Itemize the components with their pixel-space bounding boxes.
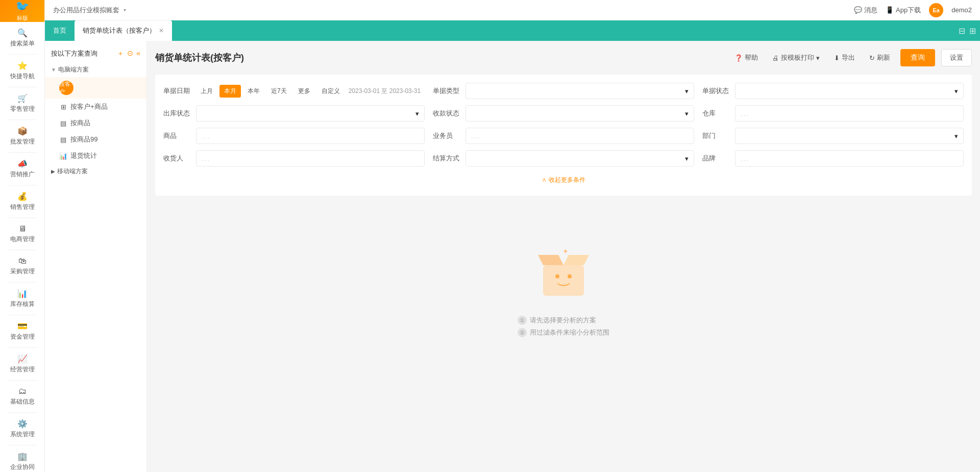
collapse-bar[interactable]: ∧ 收起更多条件	[163, 173, 964, 187]
sidebar-label-ecommerce: 电商管理	[10, 235, 35, 243]
desktop-group-header[interactable]: ▼ 电脑端方案	[45, 62, 146, 77]
filter-receipt-status: 收款状态 ▾	[433, 105, 694, 122]
content-area: 按以下方案查询 ＋ ⊙ « ▼ 电脑端方案 按客户	[45, 41, 980, 472]
active-scheme-label: 按客户	[59, 80, 74, 96]
staff-dots: ...	[471, 132, 480, 140]
doc-type-control[interactable]: ▾	[465, 83, 694, 99]
sidebar-item-wholesale[interactable]: 📦批发管理	[8, 120, 37, 153]
sidebar-item-stock[interactable]: 📊库存核算	[8, 282, 37, 315]
filter-brand: 品牌 ...	[702, 150, 964, 167]
scheme-return-stats[interactable]: 📊 退货统计	[45, 148, 146, 164]
export-button[interactable]: ⬇ 导出	[830, 51, 859, 64]
tab-home[interactable]: 首页	[45, 20, 75, 41]
sidebar-item-base[interactable]: 🗂基础信息	[8, 381, 37, 413]
receipt-status-control[interactable]: ▾	[465, 105, 694, 122]
collapse-label: 收起更多条件	[549, 176, 585, 183]
logo-icon: 🐦	[15, 0, 29, 13]
mobile-scheme-group[interactable]: ▶ 移动端方案	[45, 164, 146, 179]
app-icon: 📱	[886, 6, 894, 14]
filter-row-4: 收货人 ... 结算方式 ▾ 品牌	[163, 150, 964, 167]
print-button[interactable]: 🖨 按模板打印 ▾	[768, 51, 824, 64]
tab-minimize-icon[interactable]: ⊟	[959, 26, 965, 36]
empty-illustration: ✦	[533, 245, 594, 306]
sidebar-item-system[interactable]: ⚙️系统管理	[8, 413, 37, 445]
date-last-month[interactable]: 上月	[196, 85, 217, 98]
scheme-by-goods99[interactable]: ▤ 按商品99	[45, 131, 146, 148]
tip-num-1: ①	[518, 316, 527, 325]
sidebar-icon-enterprise: 🏢	[10, 452, 35, 461]
scheme-by-goods[interactable]: ▤ 按商品	[45, 115, 146, 131]
help-button[interactable]: ❓ 帮助	[730, 51, 762, 64]
filter-out-status: 出库状态 ▾	[163, 105, 425, 122]
print-dropdown-arrow[interactable]: ▾	[816, 54, 820, 62]
svg-point-4	[568, 274, 572, 278]
sidebar-item-quick-nav[interactable]: ⭐快捷导航	[8, 55, 37, 87]
doc-status-control[interactable]: ▾	[735, 83, 964, 99]
dept-control[interactable]: ▾	[735, 128, 964, 144]
collapse-panel-icon[interactable]: «	[136, 49, 140, 58]
empty-tip-1: ① 请先选择要分析的方案	[518, 314, 609, 326]
main-container: 办公用品行业模拟账套 ▾ 💬 消息 📱 App下载 Ea demo2 首页 销货…	[45, 0, 980, 472]
app-title: 办公用品行业模拟账套	[53, 6, 119, 15]
header-right: 💬 消息 📱 App下载 Ea demo2	[854, 3, 972, 17]
sidebar-label-system: 系统管理	[10, 431, 35, 438]
sidebar-item-search[interactable]: 🔍搜索菜单	[8, 22, 37, 55]
brand-control[interactable]: ...	[735, 150, 964, 167]
scheme-by-customer-goods[interactable]: ⊞ 按客户+商品	[45, 99, 146, 115]
message-label: 消息	[864, 6, 877, 15]
dept-arrow: ▾	[954, 132, 958, 140]
filter-row-3: 商品 ... 业务员 ... 部门	[163, 128, 964, 144]
sidebar-item-marketing[interactable]: 📣营销推广	[8, 153, 37, 185]
sidebar-icon-marketing: 📣	[10, 159, 35, 169]
tab-sales-stats[interactable]: 销货单统计表（按客户） ✕	[75, 20, 172, 41]
settings-scheme-icon[interactable]: ⊙	[127, 49, 133, 58]
sidebar-item-ecommerce[interactable]: 🖥电商管理	[8, 218, 37, 250]
sidebar-item-enterprise[interactable]: 🏢企业协同	[8, 445, 37, 472]
goods-dots: ...	[202, 132, 210, 140]
tab-close-icon[interactable]: ✕	[159, 27, 164, 34]
settle-control[interactable]: ▾	[465, 150, 694, 167]
sidebar-item-purchase[interactable]: 🛍采购管理	[8, 250, 37, 282]
sidebar-icon-operations: 📈	[10, 354, 35, 364]
tab-maximize-icon[interactable]: ⊞	[969, 26, 976, 36]
date-custom[interactable]: 自定义	[317, 85, 345, 98]
active-scheme-dot: 按客户	[59, 81, 74, 95]
receiver-control[interactable]: ...	[196, 150, 425, 167]
date-more[interactable]: 更多	[293, 85, 315, 98]
svg-marker-1	[538, 255, 564, 265]
app-download-button[interactable]: 📱 App下载	[886, 6, 921, 15]
doc-status-arrow: ▾	[954, 87, 958, 95]
date-range: 2023-03-01 至 2023-03-31	[349, 87, 421, 96]
date-last7[interactable]: 近7天	[266, 85, 291, 98]
refresh-button[interactable]: ↻ 刷新	[865, 51, 894, 64]
warehouse-control[interactable]: ...	[735, 105, 964, 122]
add-scheme-icon[interactable]: ＋	[117, 49, 124, 58]
settings-button[interactable]: 设置	[941, 49, 972, 66]
scheme-by-customer[interactable]: 按客户	[45, 77, 146, 99]
title-dropdown-arrow[interactable]: ▾	[124, 7, 126, 13]
help-icon: ❓	[734, 54, 743, 62]
page-title: 销货单统计表(按客户)	[155, 52, 244, 64]
left-panel-icons: ＋ ⊙ «	[117, 49, 140, 58]
date-this-year[interactable]: 本年	[243, 85, 264, 98]
sidebar-item-sales[interactable]: 💰销售管理	[8, 185, 37, 218]
left-panel: 按以下方案查询 ＋ ⊙ « ▼ 电脑端方案 按客户	[45, 41, 147, 472]
query-button[interactable]: 查询	[900, 49, 935, 66]
date-this-month[interactable]: 本月	[219, 85, 241, 98]
top-header: 办公用品行业模拟账套 ▾ 💬 消息 📱 App下载 Ea demo2	[45, 0, 980, 20]
sidebar-label-purchase: 采购管理	[10, 268, 35, 275]
avatar[interactable]: Ea	[929, 3, 943, 17]
right-panel: 销货单统计表(按客户) ❓ 帮助 🖨 按模板打印 ▾ ⬇ 导出	[147, 41, 980, 472]
sidebar-item-operations[interactable]: 📈经营管理	[8, 348, 37, 381]
sidebar-item-retail[interactable]: 🛒零售管理	[8, 87, 37, 120]
sidebar-item-finance[interactable]: 💳资金管理	[8, 315, 37, 348]
message-button[interactable]: 💬 消息	[854, 6, 877, 15]
out-status-control[interactable]: ▾	[196, 105, 425, 122]
staff-control[interactable]: ...	[465, 128, 694, 144]
warehouse-dots: ...	[741, 110, 749, 117]
doc-status-label: 单据状态	[702, 86, 731, 96]
goods-control[interactable]: ...	[196, 128, 425, 144]
scheme-icon-bar: 📊	[59, 152, 67, 160]
scheme-label-customer-goods: 按客户+商品	[70, 102, 108, 111]
receiver-label: 收货人	[163, 154, 192, 163]
